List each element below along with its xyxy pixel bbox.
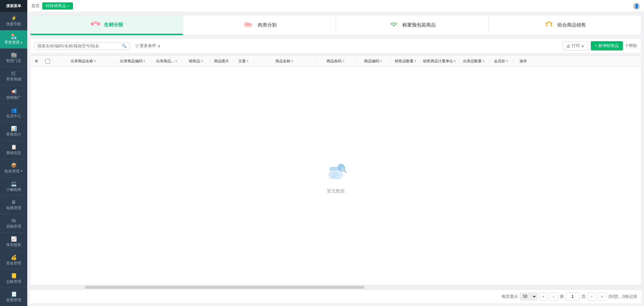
first-page-button[interactable]: « bbox=[539, 292, 548, 301]
th-barcode-label: 商品条码 bbox=[327, 59, 342, 64]
tab-close-button[interactable]: × bbox=[68, 4, 70, 8]
user-avatar[interactable]: 👤 bbox=[633, 3, 640, 10]
meat-cut-label: 肉类分割 bbox=[258, 22, 277, 28]
search-input[interactable] bbox=[38, 44, 120, 48]
pagination: 每页显示 10 20 50 100 « ‹ 第 页 › » 共0页，0条记录 bbox=[30, 289, 641, 303]
sidebar-item-inventory[interactable]: 📈 库存核算 bbox=[0, 233, 27, 251]
toolbar-right: 🖨 打印 ∨ + 新增销售品 ? 帮助 bbox=[563, 41, 637, 50]
th-goods-img: 商品图片 bbox=[210, 59, 234, 64]
last-page-button[interactable]: » bbox=[598, 292, 606, 301]
sort-icon[interactable]: ⇅ bbox=[454, 60, 456, 63]
topbar: 首页 特殊销售品 × 👤 bbox=[27, 0, 644, 12]
filter-button[interactable]: ▽ 更多条件 ∨ bbox=[133, 42, 163, 50]
marketing-icon: 📢 bbox=[11, 89, 17, 94]
sidebar-item-label: 营销推广 bbox=[6, 95, 21, 100]
th-settings[interactable]: ⚙ bbox=[30, 59, 43, 63]
sort-icon[interactable]: ⇅ bbox=[506, 60, 508, 63]
print-arrow-icon: ∨ bbox=[581, 44, 584, 48]
sidebar-logo[interactable]: 搜索菜单 bbox=[0, 0, 27, 12]
sort-icon[interactable]: ⇅ bbox=[291, 60, 294, 63]
finance-icon: 💰 bbox=[11, 255, 17, 260]
svg-point-4 bbox=[96, 22, 98, 24]
page-input[interactable] bbox=[566, 292, 580, 301]
sort-icon[interactable]: ⇅ bbox=[342, 60, 345, 63]
scrollbar-thumb[interactable] bbox=[85, 286, 364, 289]
sidebar-item-members[interactable]: 👥 会员中心 bbox=[0, 104, 27, 122]
sidebar-item-smart-store[interactable]: 🏬 智慧门店 bbox=[0, 49, 27, 67]
sidebar-item-label: 电商管理 bbox=[6, 205, 21, 211]
sort-icon[interactable]: ⇅ bbox=[143, 60, 146, 63]
sidebar-item-quick-nav[interactable]: ⚡ 快捷导航 bbox=[0, 12, 27, 30]
breadcrumb-home[interactable]: 首页 bbox=[31, 3, 40, 9]
general-ledger-icon: 📒 bbox=[11, 273, 17, 278]
user-icon: 👤 bbox=[634, 4, 639, 9]
content-area: 生鲜分级 肉类分割 bbox=[27, 12, 644, 306]
select-all-checkbox[interactable] bbox=[45, 59, 50, 64]
topbar-right: 👤 bbox=[633, 3, 640, 10]
sidebar-item-wholesale[interactable]: 📦 批发管理 ▼ bbox=[0, 159, 27, 178]
th-out-name-label: 出库商品名称 bbox=[71, 59, 93, 64]
search-icon[interactable]: 🔍 bbox=[122, 44, 127, 48]
tab-fresh-grade[interactable]: 生鲜分级 bbox=[30, 15, 183, 35]
filter-label: 更多条件 bbox=[140, 43, 156, 49]
sort-icon[interactable]: ⇅ bbox=[414, 60, 417, 63]
meat-cut-icon bbox=[242, 20, 254, 30]
th-barcode: 商品条码 ⇅ bbox=[315, 59, 356, 64]
horizontal-scrollbar[interactable] bbox=[30, 285, 641, 289]
sidebar-item-label: 零售统计 bbox=[6, 132, 21, 137]
filter-icon: ▽ bbox=[135, 44, 138, 48]
th-out-qty: 出库品数量 ⇅ bbox=[459, 59, 489, 64]
sidebar-item-retail-manage[interactable]: 🏪 零售管理 ▲ bbox=[0, 30, 27, 49]
sidebar-item-label: 小畅电商 bbox=[6, 187, 21, 192]
th-check[interactable] bbox=[43, 59, 53, 64]
page-label: 第 bbox=[560, 294, 564, 300]
sidebar-item-mini-ecom[interactable]: 💻 小畅电商 bbox=[0, 178, 27, 196]
help-button[interactable]: ? 帮助 bbox=[626, 43, 637, 49]
active-tab-label: 特殊销售品 bbox=[46, 3, 66, 9]
th-sales-label: 销售品 bbox=[189, 59, 200, 64]
sidebar-item-marketing[interactable]: 📢 营销推广 bbox=[0, 86, 27, 104]
tab-weigh-pack[interactable]: 称重预包装商品 bbox=[336, 15, 489, 35]
svg-point-7 bbox=[244, 22, 248, 25]
sidebar-item-label: 快捷导航 bbox=[6, 21, 21, 27]
tab-meat-cut[interactable]: 肉类分割 bbox=[183, 15, 336, 35]
sidebar-item-invoice[interactable]: 🧾 发票管理 bbox=[0, 288, 27, 306]
print-button[interactable]: 🖨 打印 ∨ bbox=[563, 41, 588, 50]
th-sales-item: 销售品 ⇅ bbox=[182, 59, 210, 64]
th-weight-label: 主量 bbox=[238, 59, 246, 64]
sidebar-item-label: 库存核算 bbox=[6, 242, 21, 247]
th-sales-qty: 销售品数量 ⇅ bbox=[390, 59, 421, 64]
empty-icon bbox=[322, 157, 349, 185]
sort-icon[interactable]: ⇅ bbox=[175, 60, 178, 63]
sort-icon[interactable]: ⇅ bbox=[201, 60, 203, 63]
sidebar-item-purchase[interactable]: 🛍 采购管理 bbox=[0, 214, 27, 233]
sidebar-item-general-ledger[interactable]: 📒 总账管理 bbox=[0, 270, 27, 288]
sort-icon[interactable]: ⇅ bbox=[482, 60, 485, 63]
prev-page-button[interactable]: ‹ bbox=[550, 292, 558, 301]
page-size-label: 每页显示 bbox=[501, 294, 518, 300]
th-unit-label: 销售商品计量单位 bbox=[423, 59, 453, 64]
filter-arrow-icon: ∨ bbox=[158, 44, 161, 48]
th-out-code2: 出库商品... ⇅ bbox=[152, 59, 182, 64]
sidebar-item-retail-city[interactable]: 🛒 零售商城 bbox=[0, 67, 27, 86]
next-page-button[interactable]: › bbox=[588, 292, 596, 301]
sidebar-item-basic-info[interactable]: 📋 基础信息 bbox=[0, 141, 27, 159]
tab-combo[interactable]: 组合商品销售 bbox=[489, 15, 641, 35]
sidebar-item-label: 零售管理 bbox=[4, 40, 19, 45]
page-size-select[interactable]: 10 20 50 100 bbox=[520, 293, 537, 300]
sort-icon[interactable]: ⇅ bbox=[246, 60, 249, 63]
sidebar-item-ecom-manage[interactable]: 🖥 电商管理 bbox=[0, 196, 27, 214]
svg-rect-32 bbox=[332, 172, 337, 173]
sort-icon[interactable]: ⇅ bbox=[380, 60, 382, 63]
sidebar-item-retail-stats[interactable]: 📊 零售统计 bbox=[0, 122, 27, 141]
print-icon: 🖨 bbox=[566, 44, 570, 48]
sidebar-item-finance[interactable]: 💰 资金管理 bbox=[0, 251, 27, 270]
sidebar: 搜索菜单 ⚡ 快捷导航 🏪 零售管理 ▲ 🏬 智慧门店 🛒 零售商城 📢 营销推… bbox=[0, 0, 27, 306]
add-sales-item-button[interactable]: + 新增销售品 bbox=[591, 41, 623, 50]
sort-icon[interactable]: ⇅ bbox=[94, 60, 96, 63]
empty-state: 暂无数据 bbox=[322, 157, 349, 194]
retail-manage-icon: 🏪 bbox=[11, 34, 17, 39]
weigh-pack-icon bbox=[389, 20, 399, 30]
retail-manage-arrow: ▲ bbox=[20, 41, 23, 44]
svg-rect-33 bbox=[332, 174, 339, 175]
